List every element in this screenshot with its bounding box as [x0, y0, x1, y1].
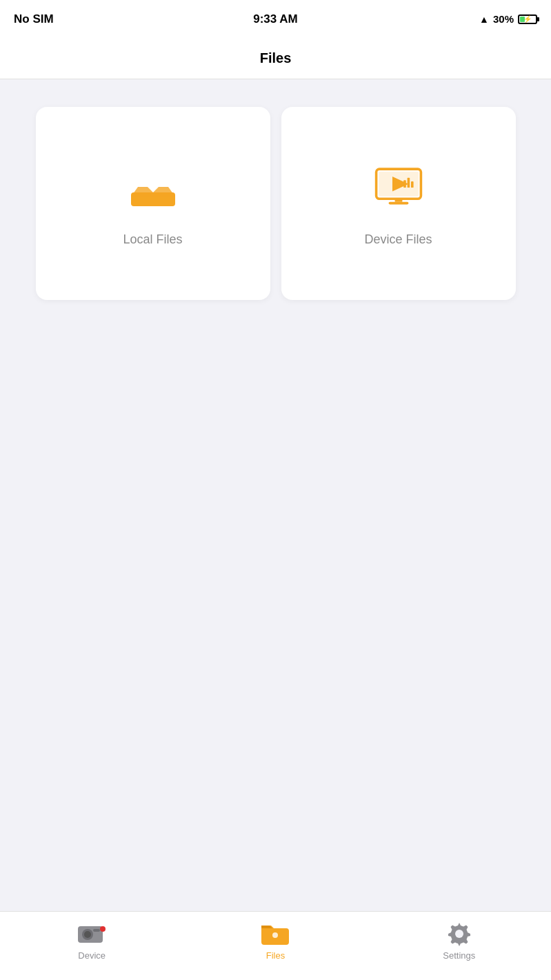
- cards-container: Local Files: [14, 107, 537, 300]
- battery-icon: ⚡: [518, 14, 537, 24]
- sim-status: No SIM: [14, 12, 54, 26]
- tab-bar: Device Files Settings: [0, 911, 551, 980]
- svg-point-17: [455, 930, 463, 938]
- device-tab-icon: [77, 921, 107, 946]
- location-icon: ▲: [479, 14, 489, 25]
- local-files-label: Local Files: [123, 232, 182, 247]
- tab-settings-label: Settings: [443, 950, 475, 961]
- page-title: Files: [260, 50, 292, 66]
- tab-files-label: Files: [266, 950, 285, 961]
- svg-point-16: [272, 932, 278, 938]
- svg-rect-9: [394, 199, 402, 202]
- device-files-card[interactable]: Device Files: [281, 107, 516, 300]
- status-bar: No SIM 9:33 AM ▲ 30% ⚡: [0, 0, 551, 38]
- local-files-card[interactable]: Local Files: [36, 107, 270, 300]
- svg-rect-8: [411, 181, 414, 188]
- svg-rect-7: [407, 177, 410, 187]
- tab-files[interactable]: Files: [183, 919, 367, 961]
- svg-rect-14: [93, 929, 100, 932]
- charging-bolt: ⚡: [523, 15, 532, 23]
- status-right: ▲ 30% ⚡: [479, 13, 537, 25]
- tab-settings[interactable]: Settings: [368, 919, 551, 961]
- svg-point-13: [84, 931, 91, 938]
- svg-point-15: [100, 926, 106, 932]
- tab-device[interactable]: Device: [0, 919, 183, 961]
- settings-tab-icon: [444, 921, 474, 946]
- files-tab-icon: [260, 921, 290, 946]
- battery-indicator: ⚡: [518, 14, 537, 24]
- local-files-icon: [126, 161, 181, 216]
- nav-header: Files: [0, 38, 551, 79]
- battery-percent: 30%: [493, 13, 514, 25]
- time-display: 9:33 AM: [253, 12, 298, 26]
- device-files-icon: [371, 161, 426, 216]
- tab-device-label: Device: [78, 950, 106, 961]
- svg-rect-6: [403, 180, 406, 188]
- device-files-label: Device Files: [364, 232, 432, 247]
- svg-rect-10: [388, 201, 408, 204]
- main-content: Local Files: [0, 79, 551, 911]
